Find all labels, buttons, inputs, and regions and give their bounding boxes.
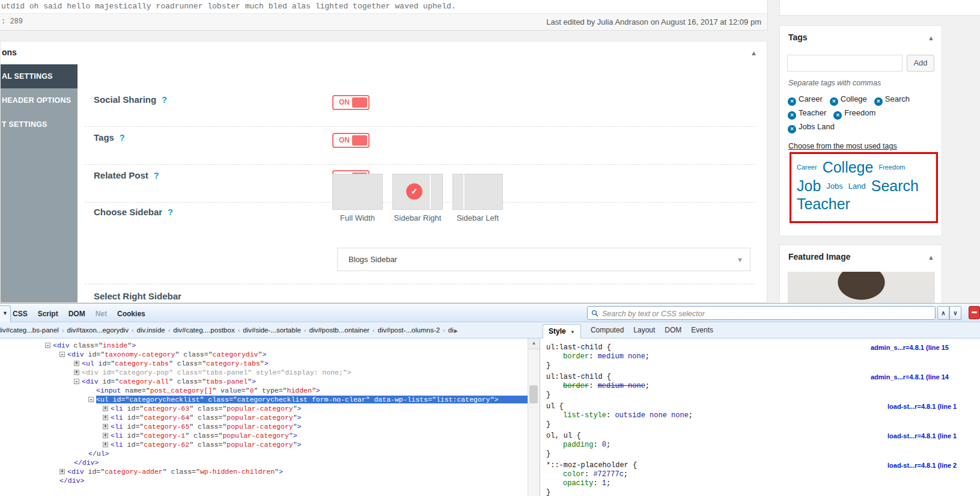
tag-cloud-word[interactable]: Freedom <box>878 164 905 171</box>
scrollbar-thumb[interactable] <box>529 385 538 403</box>
breadcrumb-item[interactable]: div#categ...bs-panel <box>0 326 59 334</box>
tree-scrollbar[interactable]: ▲ <box>528 338 540 496</box>
expand-expander-icon[interactable]: + <box>103 406 108 411</box>
tree-row[interactable]: +<ul id="category-tabs" class="category-… <box>0 359 528 368</box>
devtools-tab-dom[interactable]: DOM <box>68 305 85 323</box>
devtools-tab-cookies[interactable]: Cookies <box>117 305 145 323</box>
remove-tag-icon[interactable]: ✕ <box>874 97 883 106</box>
firebug-off-button[interactable] <box>969 306 980 319</box>
breadcrumb-item[interactable]: div.inside <box>137 326 165 334</box>
devtools-tab-css[interactable]: CSS <box>13 305 28 323</box>
stylesheet-source-link[interactable]: load-st...r=4.8.1 (line 1 <box>887 403 957 410</box>
help-icon[interactable]: ? <box>168 207 173 217</box>
tag-cloud-word[interactable]: College <box>823 159 874 176</box>
tree-row[interactable]: +<div id="category-pop" class="tabs-pane… <box>0 368 528 377</box>
tree-row[interactable]: +<div id="category-adder" class="wp-hidd… <box>0 467 528 476</box>
stylesheet-source-link[interactable]: load-st...r=4.8.1 (line 2 <box>887 462 957 469</box>
side-tab-style[interactable]: Style ▼ <box>543 324 581 338</box>
breadcrumb-item[interactable]: div#categ....postbox <box>173 326 234 334</box>
tag-cloud-word[interactable]: Search <box>871 177 919 194</box>
tree-row[interactable]: +<li id="category-65" class="popular-cat… <box>0 422 528 431</box>
tree-row[interactable]: </div> <box>0 476 528 485</box>
breadcrumb-item[interactable]: div#postb...ontainer <box>309 326 370 334</box>
tree-row[interactable]: </div> <box>0 458 528 467</box>
help-icon[interactable]: ? <box>120 133 125 142</box>
tree-row[interactable]: </ul> <box>0 449 528 458</box>
tag-token: <li <box>111 405 123 412</box>
search-next-button[interactable]: ∨ <box>949 306 961 320</box>
social-sharing-toggle[interactable]: ON <box>332 95 370 110</box>
remove-tag-icon[interactable]: ✕ <box>788 97 796 106</box>
side-tab-dom[interactable]: DOM <box>665 322 681 338</box>
side-tab-layout[interactable]: Layout <box>633 322 655 338</box>
layout-option-sidebar-right[interactable]: ✓ <box>392 174 443 210</box>
tree-row[interactable]: -<div id="category-all" class="tabs-pane… <box>0 377 528 386</box>
collapse-expander-icon[interactable]: - <box>59 352 65 357</box>
css-declaration[interactable]: color: #72777c; <box>546 470 980 479</box>
css-declaration[interactable]: border: medium none; <box>546 382 980 391</box>
expand-expander-icon[interactable]: + <box>59 469 65 474</box>
expand-expander-icon[interactable]: + <box>74 361 79 366</box>
options-tab-t-settings[interactable]: T SETTINGS <box>1 112 78 136</box>
tree-row[interactable]: -<div id="taxonomy-category" class="cate… <box>0 350 528 359</box>
devtools-search-input[interactable] <box>601 307 928 320</box>
attr-quote-token: " <box>343 369 347 376</box>
remove-tag-icon[interactable]: ✕ <box>788 111 796 120</box>
expand-expander-icon[interactable]: + <box>74 370 79 375</box>
stylesheet-source-link[interactable]: load-st...r=4.8.1 (line 1 <box>887 432 957 439</box>
breadcrumb-item[interactable]: di <box>448 326 454 334</box>
add-tag-button[interactable]: Add <box>907 55 934 72</box>
remove-tag-icon[interactable]: ✕ <box>830 97 838 106</box>
breadcrumb-item[interactable]: div#taxon...egorydiv <box>67 326 129 334</box>
tag-cloud-word[interactable]: Teacher <box>797 195 850 212</box>
collapse-arrow-icon[interactable]: ▲ <box>928 34 934 41</box>
css-declaration[interactable]: padding: 0; <box>546 441 980 450</box>
tree-row[interactable]: -<ul id="categorychecklist" class="categ… <box>0 395 528 404</box>
scroll-up-icon[interactable]: ▲ <box>528 338 540 349</box>
tags-toggle[interactable]: ON <box>332 133 370 148</box>
tag-cloud-word[interactable]: Jobs <box>826 182 842 191</box>
css-declaration[interactable]: list-style: outside none none; <box>546 411 980 420</box>
collapse-arrow-icon[interactable]: ▲ <box>750 50 757 57</box>
tree-row[interactable]: -<div class="inside"> <box>0 341 528 350</box>
tree-row[interactable]: +<li id="category-62" class="popular-cat… <box>0 440 528 449</box>
options-tab-al-settings[interactable]: AL SETTINGS <box>1 64 78 88</box>
search-prev-button[interactable]: ∧ <box>937 306 949 320</box>
expand-expander-icon[interactable]: + <box>103 415 108 420</box>
side-tab-events[interactable]: Events <box>691 322 713 338</box>
side-tab-computed[interactable]: Computed <box>591 322 624 338</box>
right-sidebar-select[interactable]: Blogs Sidebar ▼ <box>337 248 750 271</box>
expand-expander-icon[interactable]: + <box>103 433 108 438</box>
css-declaration[interactable]: opacity: 1; <box>546 479 980 488</box>
devtools-tab-script[interactable]: Script <box>38 305 58 323</box>
collapse-arrow-icon[interactable]: ▲ <box>928 254 934 261</box>
stylesheet-source-link[interactable]: admin_s...r=4.8.1 (line 15 <box>871 344 949 351</box>
breadcrumb-item[interactable]: div#post-...olumns-2 <box>378 326 440 334</box>
tree-row[interactable]: +<li id="category-64" class="popular-cat… <box>0 413 528 422</box>
tag-cloud-word[interactable]: Career <box>797 164 817 171</box>
remove-tag-icon[interactable]: ✕ <box>833 111 842 120</box>
new-tag-input[interactable] <box>787 55 902 72</box>
remove-tag-icon[interactable]: ✕ <box>788 125 796 133</box>
layout-option-full-width[interactable] <box>332 174 383 210</box>
expand-expander-icon[interactable]: + <box>103 442 108 447</box>
tree-row[interactable]: +<li id="category-1" class="popular-cate… <box>0 431 528 440</box>
help-icon[interactable]: ? <box>154 171 159 180</box>
collapse-expander-icon[interactable]: - <box>45 343 50 348</box>
collapse-expander-icon[interactable]: - <box>74 379 79 384</box>
stylesheet-source-link[interactable]: admin_s...r=4.8.1 (line 14 <box>871 373 949 381</box>
most-used-tags-link[interactable]: Choose from the most used tags <box>788 142 897 150</box>
tree-row[interactable]: +<li id="category-63" class="popular-cat… <box>0 404 528 413</box>
html-tab-stub[interactable]: ▼ <box>0 305 11 323</box>
tag-cloud-word[interactable]: Job <box>797 177 821 194</box>
tag-cloud-word[interactable]: Land <box>848 182 866 191</box>
collapse-expander-icon[interactable]: - <box>88 397 94 402</box>
breadcrumb-item[interactable]: div#side-...sortable <box>243 326 301 334</box>
tree-row[interactable]: <input name="post_category[]" value="0" … <box>0 386 528 395</box>
devtools-tab-net[interactable]: Net <box>96 305 107 323</box>
options-tab-header-options[interactable]: HEADER OPTIONS <box>1 88 78 112</box>
css-declaration[interactable]: border: medium none; <box>546 352 980 361</box>
layout-option-sidebar-left[interactable] <box>452 174 503 210</box>
expand-expander-icon[interactable]: + <box>103 424 108 429</box>
help-icon[interactable]: ? <box>162 95 167 105</box>
